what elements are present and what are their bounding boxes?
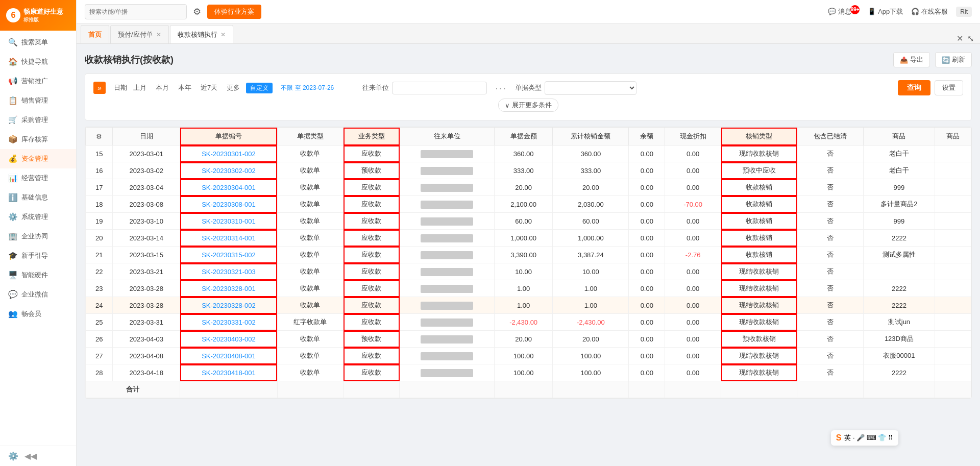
table-row[interactable]: 24 2023-03-28 SK-20230328-002 收款单 应收款 ██… xyxy=(86,297,971,314)
voucher-link[interactable]: SK-20230314-001 xyxy=(202,234,256,242)
sidebar-item-sales[interactable]: 📋 销售管理 xyxy=(0,91,76,110)
tab-home[interactable]: 首页 xyxy=(81,25,109,43)
sidebar-item-guide[interactable]: 🎓 新手引导 xyxy=(0,246,76,265)
page-actions: 📤 导出 🔄 刷新 xyxy=(893,52,972,67)
filter-toggle-button[interactable]: » xyxy=(93,82,106,94)
sidebar-item-search[interactable]: 🔍 搜索菜单 xyxy=(0,33,76,52)
sidebar-label-basic: 基础信息 xyxy=(21,193,48,202)
table-row[interactable]: 21 2023-03-15 SK-20230315-002 收款单 应收款 ██… xyxy=(86,247,971,263)
col-goods2[interactable]: 商品 xyxy=(935,128,971,145)
collapse-icon[interactable]: ◀◀ xyxy=(24,451,37,461)
app-download-action[interactable]: 📱 App下载 xyxy=(868,7,903,16)
sidebar-item-marketing[interactable]: 📢 营销推广 xyxy=(0,71,76,91)
date-more[interactable]: 更多 xyxy=(224,82,243,93)
maximize-button[interactable]: ⤡ xyxy=(967,34,974,43)
table-row[interactable]: 23 2023-03-28 SK-20230328-001 收款单 应收款 ██… xyxy=(86,280,971,297)
voucher-link[interactable]: SK-20230304-001 xyxy=(202,184,256,191)
col-counterpart[interactable]: 往来单位 xyxy=(400,128,495,145)
voucher-type-select[interactable] xyxy=(545,81,636,95)
table-row[interactable]: 19 2023-03-10 SK-20230310-001 收款单 应收款 ██… xyxy=(86,213,971,230)
table-row[interactable]: 26 2023-04-03 SK-20230403-002 收款单 预收款 ██… xyxy=(86,331,971,348)
col-write-off-type[interactable]: 核销类型 xyxy=(721,128,797,145)
table-row[interactable]: 15 2023-03-01 SK-20230301-002 收款单 应收款 ██… xyxy=(86,145,971,162)
sidebar-item-finance[interactable]: 💰 资金管理 xyxy=(0,149,76,168)
sidebar-item-inventory[interactable]: 📦 库存核算 xyxy=(0,130,76,149)
settings-icon[interactable]: ⚙️ xyxy=(8,451,18,461)
sidebar-item-member[interactable]: 👥 畅会员 xyxy=(0,304,76,324)
sidebar-item-basic[interactable]: ℹ️ 基础信息 xyxy=(0,188,76,207)
cell-goods: 2222 xyxy=(863,230,935,247)
cell-voucher-no: SK-20230304-001 xyxy=(180,179,278,196)
table-row[interactable]: 28 2023-04-18 SK-20230418-001 收款单 应收款 ██… xyxy=(86,364,971,381)
sidebar-item-hardware[interactable]: 🖥️ 智能硬件 xyxy=(0,265,76,285)
col-biz-type[interactable]: 业务类型 xyxy=(344,128,400,145)
voucher-link[interactable]: SK-20230308-001 xyxy=(202,201,256,208)
table-row[interactable]: 22 2023-03-21 SK-20230321-003 收款单 应收款 ██… xyxy=(86,263,971,280)
cell-counterpart: ████████ xyxy=(400,331,495,348)
col-balance[interactable]: 余额 xyxy=(629,128,665,145)
date-this-year[interactable]: 本年 xyxy=(175,82,194,93)
query-button[interactable]: 查询 xyxy=(898,80,930,95)
refresh-button[interactable]: 🔄 刷新 xyxy=(935,52,972,67)
voucher-link[interactable]: SK-20230301-002 xyxy=(202,150,256,158)
table-row[interactable]: 27 2023-04-08 SK-20230408-001 收款单 应收款 ██… xyxy=(86,348,971,364)
cell-biz-type: 应收款 xyxy=(344,348,400,364)
tab-payable[interactable]: 预付/应付单 ✕ xyxy=(110,25,169,43)
close-receipt-tab[interactable]: ✕ xyxy=(220,31,226,38)
table-row[interactable]: 16 2023-03-02 SK-20230302-002 收款单 预收款 ██… xyxy=(86,162,971,179)
date-7days[interactable]: 近7天 xyxy=(198,82,220,93)
date-prev-month[interactable]: 上月 xyxy=(130,82,150,93)
voucher-link[interactable]: SK-20230321-003 xyxy=(202,268,256,276)
col-voucher-no[interactable]: 单据编号 xyxy=(180,128,278,145)
voucher-link[interactable]: SK-20230331-002 xyxy=(202,318,256,326)
voucher-link[interactable]: SK-20230408-001 xyxy=(202,352,256,360)
sidebar-item-wechat[interactable]: 💬 企业微信 xyxy=(0,285,76,304)
table-row[interactable]: 18 2023-03-08 SK-20230308-001 收款单 应收款 ██… xyxy=(86,196,971,213)
voucher-link[interactable]: SK-20230403-002 xyxy=(202,335,256,343)
tab-receipt[interactable]: 收款核销执行 ✕ xyxy=(170,25,233,43)
table-row[interactable]: 17 2023-03-04 SK-20230304-001 收款单 应收款 ██… xyxy=(86,179,971,196)
date-custom-button[interactable]: 自定义 xyxy=(246,83,273,93)
sidebar-item-purchase[interactable]: 🛒 采购管理 xyxy=(0,110,76,130)
voucher-link[interactable]: SK-20230310-001 xyxy=(202,217,256,225)
voucher-link[interactable]: SK-20230418-001 xyxy=(202,369,256,377)
sidebar-item-shortcut[interactable]: 🏠 快捷导航 xyxy=(0,52,76,71)
message-action[interactable]: 💬 消息 99+ xyxy=(828,7,860,16)
col-include-cleared[interactable]: 包含已结清 xyxy=(797,128,864,145)
close-tab-button[interactable]: ✕ xyxy=(957,34,963,43)
sidebar-item-system[interactable]: ⚙️ 系统管理 xyxy=(0,207,76,227)
voucher-link[interactable]: SK-20230328-001 xyxy=(202,285,256,292)
solution-button[interactable]: 体验行业方案 xyxy=(207,5,261,19)
cell-goods2 xyxy=(935,196,971,213)
user-avatar[interactable]: Rit xyxy=(956,7,972,17)
table-row[interactable]: 20 2023-03-14 SK-20230314-001 收款单 应收款 ██… xyxy=(86,230,971,247)
col-write-off[interactable]: 累计核销金额 xyxy=(553,128,629,145)
col-discount[interactable]: 现金折扣 xyxy=(665,128,721,145)
close-payable-tab[interactable]: ✕ xyxy=(156,31,161,38)
voucher-link[interactable]: SK-20230315-002 xyxy=(202,251,256,259)
cell-biz-type: 应收款 xyxy=(344,314,400,331)
search-input[interactable] xyxy=(89,8,182,15)
data-table-container: ⚙ 日期 单据编号 单据类型 业务类型 往来单位 单据金额 累计核销金额 余额 … xyxy=(85,127,972,399)
col-date[interactable]: 日期 xyxy=(113,128,180,145)
col-goods[interactable]: 商品 xyxy=(863,128,935,145)
sidebar-item-enterprise[interactable]: 🏢 企业协同 xyxy=(0,227,76,246)
col-gear[interactable]: ⚙ xyxy=(86,128,113,145)
col-voucher-type[interactable]: 单据类型 xyxy=(277,128,344,145)
col-amount[interactable]: 单据金额 xyxy=(494,128,552,145)
voucher-link[interactable]: SK-20230302-002 xyxy=(202,167,256,175)
logo-icon: 6 xyxy=(6,8,20,22)
date-this-month[interactable]: 本月 xyxy=(153,82,172,93)
voucher-link[interactable]: SK-20230328-002 xyxy=(202,302,256,309)
settings-button[interactable]: 设置 xyxy=(935,80,963,95)
cell-write-off-type: 收款核销 xyxy=(721,179,797,196)
gear-icon[interactable]: ⚙ xyxy=(193,6,201,17)
expand-button[interactable]: ∨ 展开更多条件 xyxy=(498,99,558,112)
table-row[interactable]: 25 2023-03-31 SK-20230331-002 红字收款单 应收款 … xyxy=(86,314,971,331)
service-action[interactable]: 🎧 在线客服 xyxy=(911,7,948,16)
export-button[interactable]: 📤 导出 xyxy=(893,52,930,67)
receipt-tab-label: 收款核销执行 xyxy=(178,30,217,39)
cell-write-off-type: 预收款核销 xyxy=(721,331,797,348)
sidebar-item-operations[interactable]: 📊 经营管理 xyxy=(0,168,76,188)
counterpart-input[interactable] xyxy=(392,82,487,94)
